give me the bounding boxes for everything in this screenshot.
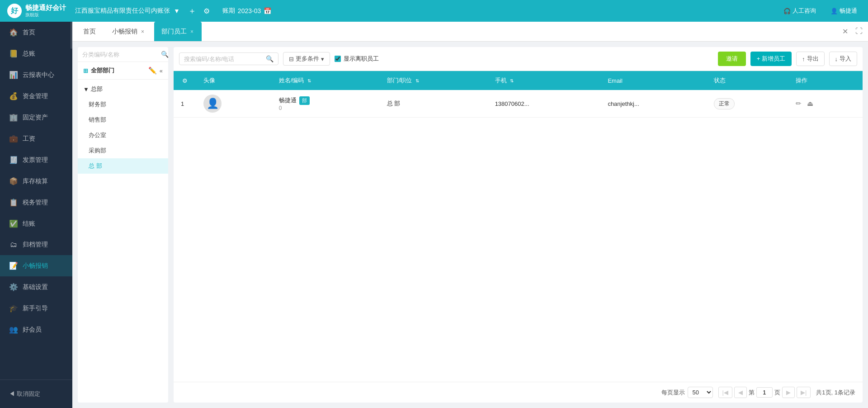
dept-node-purchase[interactable]: 采购部 <box>78 143 168 158</box>
close-tab-button[interactable]: ✕ <box>840 25 850 38</box>
last-page-button[interactable]: ▶| <box>797 387 811 398</box>
add-employee-button[interactable]: + 新增员工 <box>750 52 792 66</box>
sidebar-item-archive[interactable]: 🗂 归档管理 <box>0 234 72 255</box>
sort-phone-icon: ⇅ <box>510 78 514 83</box>
logo-area: 好 畅捷通好会计 旗舰版 <box>7 4 71 18</box>
dept-panel: 🔍 ⊞ 全部部门 ✏️ « ▼ 总部 <box>78 47 168 403</box>
dept-collapse-icon[interactable]: « <box>160 67 163 74</box>
company-selector[interactable]: 江西服宝精品有限责任公司内账张 ▼ <box>71 5 184 17</box>
import-button[interactable]: ↓ 导入 <box>829 52 858 66</box>
avatar-icon: 👤 <box>830 8 838 14</box>
dept-search-icon[interactable]: 🔍 <box>161 51 168 58</box>
col-status: 状态 <box>707 71 788 90</box>
dept-search-input[interactable] <box>82 51 158 58</box>
page-size-select: 每页显示 50 100 200 <box>661 387 713 398</box>
dept-node-office[interactable]: 办公室 <box>78 128 168 143</box>
sidebar-item-funds[interactable]: 💰 资金管理 <box>0 85 72 107</box>
company-name: 江西服宝精品有限责任公司内账张 <box>75 7 170 15</box>
dept-edit-icon[interactable]: ✏️ <box>148 66 157 75</box>
member-icon: 👥 <box>9 325 18 334</box>
col-dept-position[interactable]: 部门/职位 ⇅ <box>380 71 488 90</box>
app-edition: 旗舰版 <box>25 12 66 18</box>
sidebar-item-expense[interactable]: 📝 小畅报销 <box>0 255 72 276</box>
row-avatar-cell: 👤 <box>196 90 272 118</box>
sidebar-item-guide[interactable]: 🎓 新手引导 <box>0 298 72 319</box>
dept-all-header: ⊞ 全部部门 ✏️ « <box>78 62 168 80</box>
employee-search-input[interactable] <box>184 56 263 62</box>
next-page-button[interactable]: ▶ <box>782 387 795 398</box>
sidebar-item-home[interactable]: 🏠 首页 <box>0 22 72 43</box>
tab-dept-close[interactable]: × <box>189 28 194 36</box>
col-phone[interactable]: 手机 ⇅ <box>488 71 601 90</box>
page-input[interactable] <box>756 387 773 398</box>
ledger-icon: 📒 <box>9 49 18 58</box>
invite-button[interactable]: 邀请 <box>718 52 746 66</box>
tab-dept-employee[interactable]: 部门员工 × <box>154 22 202 41</box>
inventory-icon: 📦 <box>9 177 18 185</box>
user-menu[interactable]: 👤 畅捷通 <box>827 5 861 17</box>
employee-data-table: ⚙ 头像 姓名/编码 ⇅ 部门/职位 ⇅ <box>174 71 863 118</box>
col-settings[interactable]: ⚙ <box>174 71 196 90</box>
headset-icon: 🎧 <box>783 8 791 14</box>
employee-panel: 🔍 ⊟ 更多条件 ▾ 显示离职员工 邀请 + 新增员工 <box>174 47 863 403</box>
dept-search-area: 🔍 <box>78 47 168 62</box>
table-row: 1 👤 畅捷通 部 <box>174 90 863 118</box>
dept-node-finance[interactable]: 财务部 <box>78 97 168 112</box>
sidebar-item-member[interactable]: 👥 好会员 <box>0 319 72 340</box>
expand-tab-button[interactable]: ⛶ <box>854 25 864 38</box>
tab-home[interactable]: 首页 <box>76 22 103 41</box>
sidebar-item-ledger[interactable]: 📒 总账 <box>0 43 72 64</box>
import-icon: ↓ <box>835 56 838 62</box>
sort-dept-icon: ⇅ <box>415 78 419 83</box>
support-button[interactable]: 🎧 人工咨询 <box>780 5 820 17</box>
header-actions: 🎧 人工咨询 👤 畅捷通 <box>780 5 861 17</box>
sidebar-item-close[interactable]: ✅ 结账 <box>0 213 72 234</box>
col-name-code[interactable]: 姓名/编码 ⇅ <box>272 71 380 90</box>
sidebar-item-settings[interactable]: ⚙️ 基础设置 <box>0 276 72 298</box>
dept-node-general[interactable]: 总 部 <box>78 158 168 174</box>
filter-button[interactable]: ⊟ 更多条件 ▾ <box>283 52 330 66</box>
tax-icon: 📋 <box>9 198 18 207</box>
unpin-button[interactable]: ◀ 取消固定 <box>0 385 72 403</box>
add-button[interactable]: ＋ <box>184 5 200 16</box>
pagination-bar: 每页显示 50 100 200 |◀ ◀ 第 页 ▶ <box>174 382 863 403</box>
row-email: chanjethkj... <box>600 90 707 118</box>
tab-expense-close[interactable]: × <box>140 28 145 36</box>
export-button[interactable]: ↑ 导出 <box>796 52 825 66</box>
dept-node-sales[interactable]: 销售部 <box>78 112 168 128</box>
first-page-button[interactable]: |◀ <box>718 387 732 398</box>
logo-icon: 好 <box>7 4 22 18</box>
calendar-icon[interactable]: 📅 <box>264 7 271 14</box>
row-name-code: 畅捷通 部 0 <box>272 90 380 118</box>
sidebar-item-inventory[interactable]: 📦 库存核算 <box>0 171 72 192</box>
page-content: 🔍 ⊞ 全部部门 ✏️ « ▼ 总部 <box>72 42 868 408</box>
row-action-btns: ✏ ⏏ <box>788 90 863 118</box>
show-resigned-checkbox[interactable] <box>335 56 341 62</box>
filter-dropdown-icon: ▾ <box>321 56 324 62</box>
content-area: 首页 小畅报销 × 部门员工 × ✕ ⛶ 🔍 <box>72 22 868 408</box>
sidebar-item-tax[interactable]: 📋 税务管理 <box>0 192 72 213</box>
dept-parent-headquarter[interactable]: ▼ 总部 <box>78 81 168 97</box>
period-label: 账期 <box>222 7 235 15</box>
logout-icon[interactable]: ⏏ <box>807 100 813 108</box>
row-index: 1 <box>174 90 196 118</box>
status-badge: 正常 <box>714 98 735 109</box>
employee-search-icon[interactable]: 🔍 <box>266 55 274 62</box>
edit-icon[interactable]: ✏ <box>796 100 802 108</box>
show-resigned-checkbox-area[interactable]: 显示离职员工 <box>335 55 379 63</box>
sidebar-item-invoice[interactable]: 🧾 发票管理 <box>0 149 72 171</box>
employee-toolbar: 🔍 ⊟ 更多条件 ▾ 显示离职员工 邀请 + 新增员工 <box>174 47 863 71</box>
employee-search-box: 🔍 <box>179 52 278 65</box>
tab-bar: 首页 小畅报销 × 部门员工 × ✕ ⛶ <box>72 22 868 42</box>
sidebar-item-salary[interactable]: 💼 工资 <box>0 128 72 149</box>
app-name: 畅捷通好会计 <box>25 4 66 12</box>
prev-page-button[interactable]: ◀ <box>734 387 747 398</box>
assets-icon: 🏢 <box>9 113 18 122</box>
sidebar-item-assets[interactable]: 🏢 固定资产 <box>0 107 72 128</box>
sidebar-item-reports[interactable]: 📊 云报表中心 <box>0 64 72 85</box>
funds-icon: 💰 <box>9 92 18 100</box>
settings-button[interactable]: ⚙ <box>200 7 213 15</box>
page-size-dropdown[interactable]: 50 100 200 <box>688 387 713 398</box>
row-status: 正常 <box>707 90 788 118</box>
tab-expense[interactable]: 小畅报销 × <box>105 22 152 41</box>
